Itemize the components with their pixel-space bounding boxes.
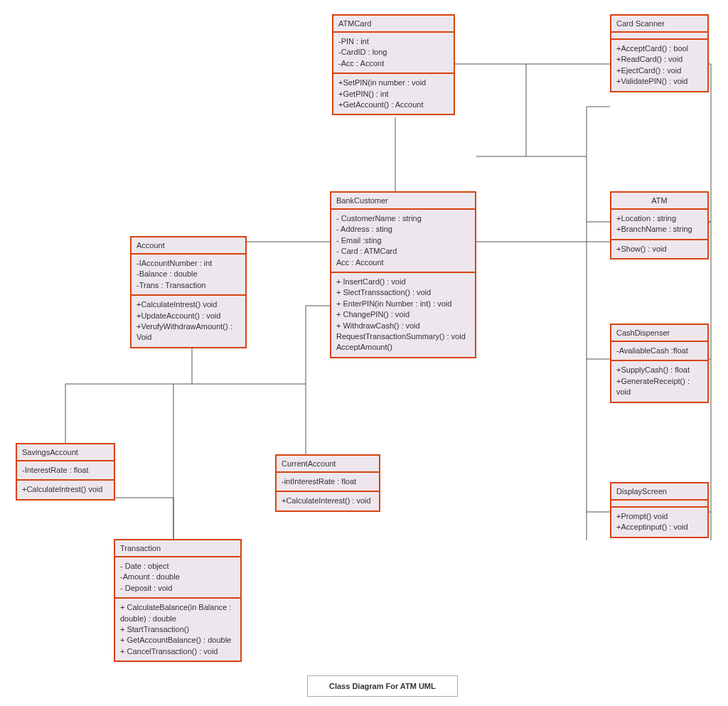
class-member: + CancelTransaction() : void (120, 646, 235, 657)
class-atmcard: ATMCard -PIN : int-CardID : long-Acc : A… (332, 14, 455, 115)
class-atm: ATM +Location : string+BranchName : stri… (610, 191, 709, 260)
class-title: Transaction (115, 540, 240, 556)
class-member: Acc : Account (336, 257, 470, 268)
ops: +CalculateIntrest() void (17, 479, 114, 498)
diagram-caption: Class Diagram For ATM UML (307, 675, 458, 697)
class-member: +SetPIN(in number : void (338, 77, 449, 88)
ops: +AcceptCard() : bool+ReadCard() : void+E… (611, 38, 707, 91)
attrs (611, 499, 707, 506)
ops: +Prompt() void+Acceptinput() : void (611, 506, 707, 537)
class-member: -IAccountNumber : int (136, 258, 240, 269)
class-member: +CalculateInterest() : void (282, 496, 374, 506)
attrs: - Date : object-Amount : double- Deposit… (115, 556, 240, 597)
class-title: CashDispenser (611, 325, 707, 341)
ops: +CalculateInterest() : void (277, 491, 379, 510)
attrs: -InterestRate : float (17, 460, 114, 479)
attrs: +Location : string+BranchName : string (611, 208, 707, 239)
class-member: -Acc : Accont (338, 58, 449, 69)
class-displayscreen: DisplayScreen +Prompt() void+Acceptinput… (610, 482, 709, 538)
class-currentaccount: CurrentAccount -intInterestRate : float … (275, 454, 380, 512)
class-member: +CalculateIntrest() void (22, 484, 109, 495)
class-member: +SupplyCash() : float (616, 365, 702, 375)
class-member: - Card : ATMCard (336, 246, 470, 257)
class-member: + EnterPIN(in Number : int) : void (336, 299, 470, 309)
class-member: +BranchName : string (616, 224, 702, 235)
class-member: +Location : string (616, 213, 702, 224)
class-member: -PIN : int (338, 36, 449, 47)
class-member: - Deposit : void (120, 583, 235, 594)
attrs (611, 31, 707, 38)
class-member: + WithdrawCash() : void (336, 321, 470, 331)
class-member: +Prompt() void (616, 511, 702, 522)
class-member: - CustomerName : string (336, 213, 470, 224)
class-member: +ReadCard() : void (616, 54, 702, 65)
class-member: +GenerateReceipt() : void (616, 376, 702, 398)
class-member: +EjectCard() : void (616, 65, 702, 76)
class-member: -InterestRate : float (22, 465, 109, 476)
class-title: SavingsAccount (17, 444, 114, 460)
class-member: +GetPIN() : int (338, 89, 449, 100)
class-member: + CalculateBalance(in Balance : double) … (120, 602, 235, 624)
class-transaction: Transaction - Date : object-Amount : dou… (114, 539, 242, 662)
caption-text: Class Diagram For ATM UML (329, 682, 436, 690)
class-member: -AvaliableCash :float (616, 346, 702, 356)
class-member: -CardID : long (338, 47, 449, 58)
ops: +SupplyCash() : float+GenerateReceipt() … (611, 360, 707, 401)
class-member: AcceptAmount() (336, 342, 470, 353)
class-savingsaccount: SavingsAccount -InterestRate : float +Ca… (16, 443, 115, 501)
class-account: Account -IAccountNumber : int-Balance : … (130, 236, 247, 348)
class-title: DisplayScreen (611, 483, 707, 499)
class-member: +AcceptCard() : bool (616, 43, 702, 54)
ops: +Show() : void (611, 239, 707, 258)
class-member: RequestTransactionSummary() : void (336, 331, 470, 342)
class-member: + StartTransaction() (120, 624, 235, 635)
ops: +CalculateIntrest() void+UpdateAccount()… (132, 294, 245, 347)
class-member: + SlectTranssaction() : void (336, 287, 470, 298)
attrs: -intInterestRate : float (277, 471, 379, 491)
class-title: BankCustomer (331, 193, 475, 208)
class-cardscanner: Card Scanner +AcceptCard() : bool+ReadCa… (610, 14, 709, 92)
ops: + CalculateBalance(in Balance : double) … (115, 597, 240, 660)
class-member: -Amount : double (120, 572, 235, 582)
class-member: - Address : sting (336, 224, 470, 235)
class-member: + ChangePIN() : void (336, 309, 470, 320)
attrs: -AvaliableCash :float (611, 341, 707, 360)
attrs: -PIN : int-CardID : long-Acc : Accont (333, 31, 454, 73)
class-member: - Email :sting (336, 235, 470, 246)
class-title: CurrentAccount (277, 456, 379, 471)
class-member: +ValidatePIN() : void (616, 76, 702, 87)
class-title: ATM (611, 193, 707, 208)
ops: + InsertCard() : void+ SlectTranssaction… (331, 272, 475, 357)
class-member: +GetAccount() : Account (338, 100, 449, 110)
class-member: -Trans : Transaction (136, 280, 240, 291)
class-member: +Show() : void (616, 244, 702, 255)
class-member: -intInterestRate : float (282, 476, 374, 487)
class-title: Card Scanner (611, 16, 707, 31)
class-member: - Date : object (120, 561, 235, 572)
class-member: + InsertCard() : void (336, 277, 470, 287)
class-bankcustomer: BankCustomer - CustomerName : string- Ad… (330, 191, 476, 358)
class-member: +VerufyWithdrawAmount() : Void (136, 321, 240, 343)
class-cashdispenser: CashDispenser -AvaliableCash :float +Sup… (610, 323, 709, 403)
attrs: - CustomerName : string- Address : sting… (331, 208, 475, 272)
ops: +SetPIN(in number : void+GetPIN() : int+… (333, 73, 454, 114)
class-member: +CalculateIntrest() void (136, 299, 240, 310)
attrs: -IAccountNumber : int-Balance : double-T… (132, 253, 245, 294)
class-title: ATMCard (333, 16, 454, 31)
class-member: +Acceptinput() : void (616, 522, 702, 533)
class-title: Account (132, 237, 245, 253)
class-member: -Balance : double (136, 269, 240, 279)
class-member: + GetAccountBalance() : double (120, 635, 235, 646)
class-member: +UpdateAccount() : void (136, 311, 240, 321)
